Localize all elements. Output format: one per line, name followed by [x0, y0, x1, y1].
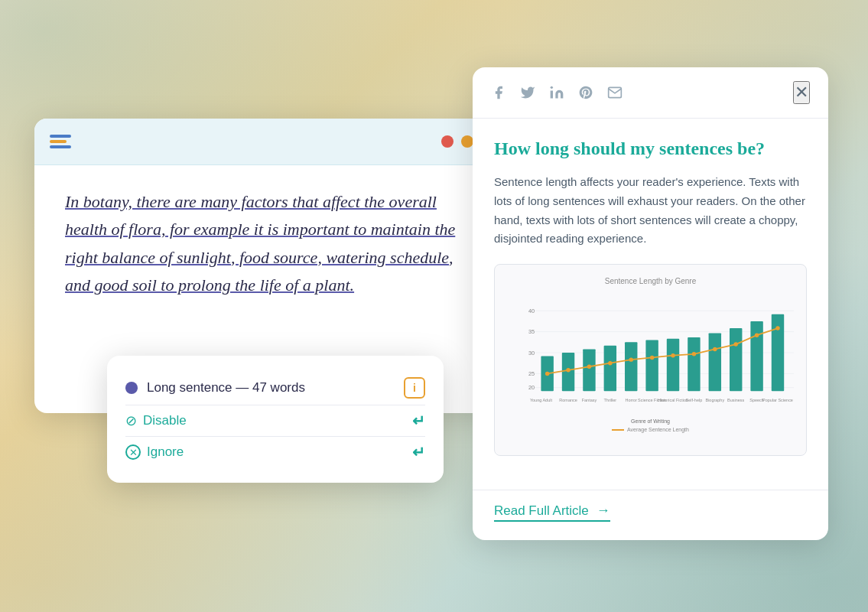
svg-rect-19: [709, 334, 721, 392]
tooltip-sentence-row: Long sentence — 47 words i: [125, 371, 425, 405]
svg-text:Thriller: Thriller: [603, 398, 616, 402]
svg-text:Horror: Horror: [625, 398, 637, 402]
minimize-dot[interactable]: [461, 135, 473, 148]
svg-rect-18: [688, 337, 700, 391]
tooltip-disable-label: Disable: [143, 413, 187, 428]
editor-titlebar: [34, 119, 509, 165]
sentence-dot-icon: [125, 382, 138, 394]
social-icons: [491, 85, 623, 100]
svg-point-0: [551, 86, 553, 89]
highlighted-text: In botany, there are many factors that a…: [65, 192, 455, 295]
svg-rect-13: [583, 350, 595, 392]
eye-slash-icon: ⊘: [125, 412, 137, 429]
close-button[interactable]: ✕: [793, 81, 810, 104]
svg-rect-20: [730, 328, 742, 391]
article-body: How long should my sentences be? Sentenc…: [473, 119, 828, 490]
svg-point-32: [733, 342, 737, 346]
svg-point-27: [629, 358, 632, 362]
read-full-article-link[interactable]: Read Full Article →: [494, 503, 610, 522]
article-panel: ✕ How long should my sentences be? Sente…: [473, 67, 828, 540]
article-title: How long should my sentences be?: [494, 137, 807, 161]
twitter-icon[interactable]: [520, 85, 535, 100]
svg-point-28: [650, 356, 654, 360]
svg-text:35: 35: [528, 329, 535, 336]
svg-point-24: [566, 368, 570, 372]
circle-x-icon: ✕: [125, 444, 141, 460]
article-header: ✕: [473, 67, 828, 119]
email-icon[interactable]: [607, 85, 623, 100]
linkedin-icon[interactable]: [549, 85, 564, 100]
svg-text:Popular Science: Popular Science: [762, 398, 793, 402]
chart-axis-title: Genre of Writing: [507, 418, 794, 424]
tooltip-ignore-label: Ignore: [147, 444, 184, 460]
svg-rect-17: [667, 339, 679, 391]
editor-content: In botany, there are many factors that a…: [34, 165, 509, 314]
legend-line-icon: [612, 429, 624, 431]
tooltip-sentence-left: Long sentence — 47 words: [125, 380, 305, 396]
svg-text:Young Adult: Young Adult: [530, 398, 552, 402]
svg-text:Historical Fiction: Historical Fiction: [658, 398, 688, 402]
svg-rect-14: [604, 346, 616, 391]
tooltip-sentence-label: Long sentence — 47 words: [147, 380, 305, 396]
svg-rect-16: [645, 340, 658, 392]
svg-rect-21: [750, 321, 762, 391]
info-icon[interactable]: i: [404, 377, 425, 399]
svg-point-29: [671, 353, 675, 357]
svg-text:Speech: Speech: [749, 398, 764, 402]
icon-bar-2: [50, 140, 67, 143]
facebook-icon[interactable]: [491, 85, 506, 100]
svg-text:25: 25: [528, 370, 535, 377]
disable-arrow-icon: ↵: [412, 412, 425, 430]
tooltip-popup: Long sentence — 47 words i ⊘ Disable ↵ ✕…: [107, 356, 444, 483]
svg-point-31: [713, 347, 717, 351]
tooltip-ignore-left: ✕ Ignore: [125, 444, 184, 460]
icon-bar-1: [50, 135, 71, 138]
svg-text:20: 20: [528, 385, 535, 392]
svg-text:Romance: Romance: [559, 398, 577, 402]
chart-svg: 40 35 30 25 20: [528, 291, 794, 414]
svg-text:Biography: Biography: [705, 398, 724, 402]
svg-point-26: [608, 361, 612, 365]
tooltip-disable-row[interactable]: ⊘ Disable ↵: [125, 405, 425, 436]
read-more-label: Read Full Article: [494, 503, 589, 519]
tooltip-disable-left: ⊘ Disable: [125, 412, 187, 429]
article-description: Sentence length affects your reader's ex…: [494, 173, 807, 249]
svg-point-23: [545, 372, 549, 376]
article-read-more[interactable]: Read Full Article →: [473, 490, 828, 540]
chart-legend: Average Sentence Length: [507, 427, 794, 432]
editor-app-icon: [50, 129, 74, 154]
tooltip-ignore-row[interactable]: ✕ Ignore ↵: [125, 436, 425, 467]
pinterest-icon[interactable]: [578, 85, 593, 100]
chart-title: Sentence Length by Genre: [507, 277, 794, 285]
svg-rect-15: [625, 342, 637, 391]
editor-text[interactable]: In botany, there are many factors that a…: [65, 188, 478, 299]
svg-text:Fantasy: Fantasy: [582, 398, 597, 402]
close-dot[interactable]: [441, 135, 454, 148]
sentence-length-chart: Sentence Length by Genre 40 35: [494, 264, 807, 456]
svg-text:40: 40: [528, 308, 535, 314]
svg-point-30: [692, 352, 696, 356]
ignore-arrow-icon: ↵: [412, 443, 425, 461]
icon-bar-3: [50, 145, 71, 148]
svg-point-33: [755, 334, 759, 337]
svg-rect-22: [772, 314, 784, 391]
svg-point-34: [775, 326, 779, 330]
legend-label: Average Sentence Length: [627, 427, 689, 432]
svg-text:Business: Business: [727, 398, 744, 402]
svg-text:Self-help: Self-help: [686, 398, 703, 402]
arrow-right-icon: →: [597, 503, 610, 519]
svg-point-25: [587, 365, 591, 369]
svg-text:30: 30: [528, 350, 535, 356]
